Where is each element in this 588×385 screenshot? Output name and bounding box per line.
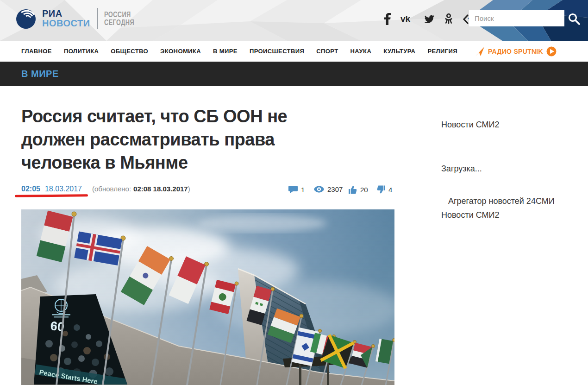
article-meta: 02:05 18.03.2017 (обновлено: 02:08 18.03…	[21, 185, 190, 193]
sidebar-loading-text: Загрузка...	[441, 164, 482, 174]
sidebar-link-24smi[interactable]: Агрегатор новостей 24СМИ	[448, 196, 555, 206]
comments-counter[interactable]: 1	[288, 185, 305, 194]
more-social-chevron-icon[interactable]	[463, 14, 469, 24]
nav-item-ekonomika[interactable]: ЭКОНОМИКА	[160, 48, 201, 55]
nav-item-kultura[interactable]: КУЛЬТУРА	[383, 48, 415, 55]
thumb-down-icon	[376, 185, 386, 194]
section-bar: В МИРЕ	[0, 62, 588, 86]
updated-prefix: (обновлено:	[92, 185, 131, 193]
play-icon	[546, 46, 557, 57]
main-nav: ГЛАВНОЕ ПОЛИТИКА ОБЩЕСТВО ЭКОНОМИКА В МИ…	[0, 41, 588, 62]
rossiya-segodnya-wordmark: РОССИЯ СЕГОДНЯ	[104, 11, 134, 26]
dislikes-count: 4	[388, 186, 392, 194]
nav-item-glavnoe[interactable]: ГЛАВНОЕ	[21, 48, 52, 55]
radio-arrow-icon	[475, 46, 485, 57]
nav-item-v-mire[interactable]: В МИРЕ	[213, 48, 238, 55]
ria-novosti-logo[interactable]: РИА НОВОСТИ РОССИЯ СЕГОДНЯ	[15, 8, 142, 29]
like-button[interactable]: 20	[348, 185, 368, 194]
updated-datetime: 02:08 18.03.2017	[133, 185, 188, 193]
views-count: 2307	[327, 185, 343, 193]
radio-sputnik-link[interactable]: РАДИО SPUTNIK	[475, 46, 557, 57]
twitter-icon[interactable]	[424, 15, 435, 24]
title-line-2: должен рассматривать права	[21, 128, 373, 151]
sidebar-link-smi2[interactable]: Новости СМИ2	[441, 210, 499, 220]
search-button[interactable]	[568, 13, 581, 25]
vk-icon[interactable]: vk	[400, 14, 414, 24]
logo-wordmark: РИА НОВОСТИ	[42, 9, 90, 28]
comment-icon	[288, 185, 298, 194]
views-counter: 2307	[313, 185, 343, 193]
search-input[interactable]	[469, 10, 564, 26]
logo-ria: РИА	[42, 9, 90, 19]
sidebar-widget-title-smi2[interactable]: Новости СМИ2	[441, 120, 499, 130]
nav-item-proisshestviya[interactable]: ПРОИСШЕСТВИЯ	[250, 48, 304, 55]
breadcrumb-section-v-mire[interactable]: В МИРЕ	[21, 62, 59, 86]
nav-item-sport[interactable]: СПОРТ	[316, 48, 338, 55]
nav-item-politika[interactable]: ПОЛИТИКА	[64, 48, 99, 55]
article-title: Россия считает, что СБ ООН не должен рас…	[21, 105, 373, 174]
nav-item-nauka[interactable]: НАУКА	[350, 48, 372, 55]
nav-item-obschestvo[interactable]: ОБЩЕСТВО	[111, 48, 148, 55]
search-icon	[568, 13, 581, 25]
odnoklassniki-icon[interactable]	[444, 13, 453, 25]
published-time: 02:05	[21, 185, 40, 193]
logo-divider	[97, 8, 98, 29]
nav-item-religiya[interactable]: РЕЛИГИЯ	[427, 48, 457, 55]
logo-rossiya: РОССИЯ	[104, 11, 134, 19]
comments-count: 1	[301, 186, 305, 194]
social-icons-row: vk	[384, 12, 469, 26]
ria-novosti-article-page: РИА НОВОСТИ РОССИЯ СЕГОДНЯ vk	[0, 0, 588, 385]
article-photo: 60 Peace Starts Here	[21, 209, 394, 385]
title-line-1: Россия считает, что СБ ООН не	[21, 105, 373, 128]
title-line-3: человека в Мьянме	[21, 151, 373, 174]
globe-icon	[15, 8, 37, 29]
updated-suffix: )	[188, 185, 190, 193]
site-header: РИА НОВОСТИ РОССИЯ СЕГОДНЯ vk	[0, 0, 588, 41]
eye-icon	[313, 186, 325, 193]
radio-sputnik-label: РАДИО SPUTNIK	[488, 48, 543, 55]
logo-segodnya: СЕГОДНЯ	[104, 19, 134, 26]
dislike-button[interactable]: 4	[376, 185, 392, 194]
facebook-icon[interactable]	[384, 13, 391, 25]
annotation-red-underline	[15, 194, 88, 197]
published-date: 18.03.2017	[45, 185, 82, 193]
logo-novosti: НОВОСТИ	[42, 19, 90, 28]
likes-count: 20	[360, 186, 368, 194]
un-headquarters-photo: 60 Peace Starts Here	[21, 209, 394, 385]
svg-text:vk: vk	[400, 14, 411, 24]
thumb-up-icon	[348, 185, 357, 194]
